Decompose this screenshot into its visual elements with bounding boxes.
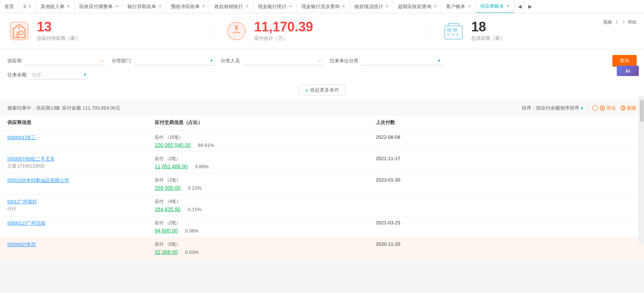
video-link[interactable]: 视频 (603, 19, 612, 25)
amount-value[interactable]: 164,635.90 (155, 206, 181, 212)
dept-select[interactable] (134, 56, 215, 65)
amount-value[interactable]: 11,051,486.00 (155, 163, 188, 169)
nav-tab-other-income[interactable]: 其他收入单 ✕ (36, 0, 75, 13)
supplier-link[interactable]: [000012]广州贝瑞 (7, 220, 45, 226)
filter-person: 分管人员 ··· (221, 56, 324, 65)
collapse-button[interactable]: ∧ 收起更多条件 (299, 85, 345, 96)
percent-value: 0.15% (188, 207, 202, 212)
nav-tab-bank[interactable]: 银行存取款单 ✕ (123, 0, 167, 13)
nav-tab-home[interactable]: 首页 (0, 0, 19, 13)
sort-arrow-icon: ▾ (581, 106, 583, 111)
nav-tab-cash-stat[interactable]: 现金银行统计 ✕ (253, 0, 297, 13)
close-icon[interactable]: ✕ (28, 4, 31, 9)
stat-total-suppliers-info: 18 总供应商（家） (471, 20, 505, 42)
svg-rect-9 (447, 33, 450, 36)
close-icon[interactable]: ✕ (115, 4, 118, 9)
balance-select[interactable]: 选择... (29, 70, 88, 79)
nav-tab-collect-stat-label: 收款情况统计 (354, 3, 383, 10)
stat-divider-1 (213, 20, 214, 42)
supplier-link[interactable]: [000100]本特勤油品有限公司 (7, 177, 69, 183)
total-suppliers-label: 总供应商（家） (471, 35, 505, 42)
nav-tab-cash-flow-label: 现金银行流水查询 (301, 3, 340, 10)
percent-value: 89.61% (198, 142, 214, 148)
filter-supplier: 供应商 ··· (7, 56, 106, 65)
close-icon[interactable]: ✕ (468, 4, 471, 9)
table-row: [000100]本特勤油品有限公司应付 （1笔）258,000.000.23%2… (0, 173, 644, 195)
top-nav: 首页 3 ✕ 其他收入单 ✕ 应收应付调整单 ✕ 银行存取款单 ✕ 预收冲应收单… (0, 0, 644, 13)
nav-tab-overdue[interactable]: 超期应收款查询 ✕ (393, 0, 442, 13)
amount-value[interactable]: 32,366.00 (155, 249, 178, 255)
supplier-dots-icon[interactable]: ··· (99, 58, 104, 64)
category-select[interactable] (361, 56, 442, 65)
nav-tab-collect[interactable]: 收款核销执行 ✕ (210, 0, 253, 13)
col-header-transaction: 应付交易信息（占比） (147, 115, 368, 131)
close-icon[interactable]: ✕ (342, 4, 345, 9)
amount-value[interactable]: 94,600.00 (155, 228, 178, 234)
svg-text:¥: ¥ (18, 26, 20, 30)
supplier-link[interactable]: [000007]恒旺二手叉车 (7, 156, 55, 162)
percent-value: 9.89% (195, 164, 209, 169)
payable-amount-icon: ¥ (225, 19, 248, 43)
supplier-link[interactable]: [000002]李四 (7, 242, 36, 247)
nav-tab-cash-flow[interactable]: 现金银行流水查询 ✕ (297, 0, 350, 13)
col-header-lastpay: 上次付数 (368, 115, 479, 131)
payable-amount-label: 应付合计（万） (254, 35, 313, 42)
balance-label: 往来余额 (7, 72, 27, 78)
export-label: 导出 (606, 105, 616, 111)
nav-tab-3[interactable]: 3 ✕ (19, 0, 36, 13)
scrollbar[interactable] (639, 96, 644, 244)
col-header-extra (479, 115, 644, 131)
row-extra (479, 131, 644, 152)
close-icon[interactable]: ✕ (385, 4, 389, 9)
nav-tab-supplier-book-label: 供应商账本 (480, 3, 504, 10)
scroll-thumb[interactable] (640, 100, 644, 122)
ai-button[interactable]: Ai (617, 66, 639, 76)
close-icon[interactable]: ✕ (434, 4, 437, 9)
dept-label: 分管部门 (112, 58, 131, 64)
person-input-wrapper: ··· (243, 56, 324, 65)
close-icon[interactable]: ✕ (67, 4, 70, 9)
person-input[interactable] (243, 56, 324, 65)
amount-value[interactable]: 258,000.00 (155, 185, 181, 191)
last-pay-date: 2023-01-30 (368, 173, 479, 195)
percent-value: 0.23% (188, 185, 202, 191)
chevron-up-icon: ∧ (305, 87, 309, 93)
sort-button[interactable]: 排序：按应付余额倒序排序 ▾ (522, 105, 583, 111)
table-row: [000012]广州贝瑞应付 （2笔）94,600.000.08%2021-03… (0, 216, 644, 238)
nav-tab-prepay[interactable]: 预收冲应收单 ✕ (167, 0, 210, 13)
query-button[interactable]: 查询 (612, 55, 637, 67)
supplier-link[interactable]: [001]广州荣轩 (7, 199, 37, 204)
nav-prev-arrow[interactable]: ◀ (514, 0, 525, 13)
help-link[interactable]: 帮助 (628, 19, 637, 25)
nav-tab-supplier-book[interactable]: 供应商账本 ✕ (476, 0, 514, 13)
filter-category: 往来单位分类 (330, 56, 442, 65)
stat-payable-amount: ¥ 11,170.39 应付合计（万） (225, 19, 420, 43)
nav-tab-bank-label: 银行存取款单 (127, 3, 156, 10)
close-icon[interactable]: ✕ (158, 4, 162, 9)
svg-point-13 (621, 106, 625, 110)
category-select-wrapper (361, 56, 442, 65)
nav-tab-customer-book[interactable]: 客户账本 ✕ (442, 0, 476, 13)
amount-value[interactable]: 100,092,540.00 (155, 142, 190, 148)
close-icon[interactable]: ✕ (506, 4, 510, 8)
table-row: [000001]张三应付 （15笔）100,092,540.0089.61%20… (0, 131, 644, 152)
person-label: 分管人员 (221, 58, 240, 64)
close-icon[interactable]: ✕ (245, 4, 249, 9)
close-icon[interactable]: ✕ (289, 4, 292, 9)
divider: 丨 (615, 19, 619, 25)
table-row: [001]广州荣轩仔仔应付 （4笔）164,635.900.15% (0, 195, 644, 216)
nav-next-arrow[interactable]: ▶ (525, 0, 535, 13)
payable-suppliers-number: 13 (37, 20, 80, 34)
svg-rect-10 (451, 33, 454, 36)
total-suppliers-icon (442, 19, 465, 43)
nav-tab-adjustment[interactable]: 应收应付调整单 ✕ (75, 0, 123, 13)
refresh-label: 刷新 (627, 105, 637, 111)
supplier-link[interactable]: [000001]张三 (7, 135, 36, 140)
close-icon[interactable]: ✕ (202, 4, 205, 9)
supplier-input[interactable] (25, 56, 106, 65)
nav-tab-collect-stat[interactable]: 收款情况统计 ✕ (350, 0, 393, 13)
data-table: 供应商信息 应付交易信息（占比） 上次付数 [000001]张三应付 （15笔）… (0, 115, 644, 259)
refresh-button[interactable]: 刷新 (620, 105, 637, 111)
person-dots-icon[interactable]: ··· (318, 58, 322, 64)
export-button[interactable]: 导出 (592, 105, 616, 111)
